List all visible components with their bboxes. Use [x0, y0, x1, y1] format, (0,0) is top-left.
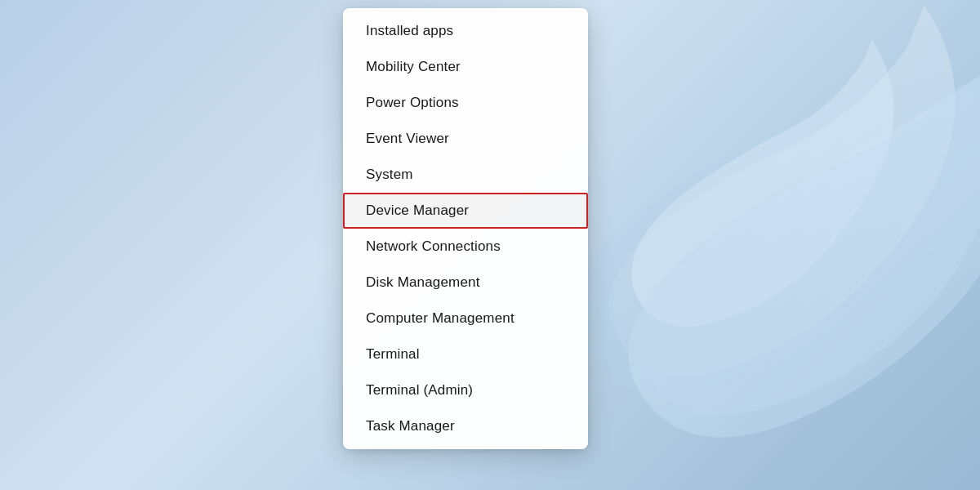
menu-item-terminal[interactable]: Terminal	[343, 336, 588, 372]
context-menu: Installed appsMobility CenterPower Optio…	[343, 8, 588, 449]
menu-item-device-manager[interactable]: Device Manager	[343, 193, 588, 229]
menu-item-power-options[interactable]: Power Options	[343, 85, 588, 121]
menu-item-disk-management[interactable]: Disk Management	[343, 265, 588, 301]
menu-item-terminal-admin[interactable]: Terminal (Admin)	[343, 372, 588, 408]
context-menu-wrapper: Installed appsMobility CenterPower Optio…	[343, 8, 588, 449]
menu-item-network-connections[interactable]: Network Connections	[343, 229, 588, 265]
menu-item-system[interactable]: System	[343, 157, 588, 193]
menu-item-computer-management[interactable]: Computer Management	[343, 301, 588, 336]
menu-item-installed-apps[interactable]: Installed apps	[343, 13, 588, 49]
menu-item-task-manager[interactable]: Task Manager	[343, 408, 588, 444]
menu-item-mobility-center[interactable]: Mobility Center	[343, 49, 588, 85]
menu-item-event-viewer[interactable]: Event Viewer	[343, 121, 588, 157]
